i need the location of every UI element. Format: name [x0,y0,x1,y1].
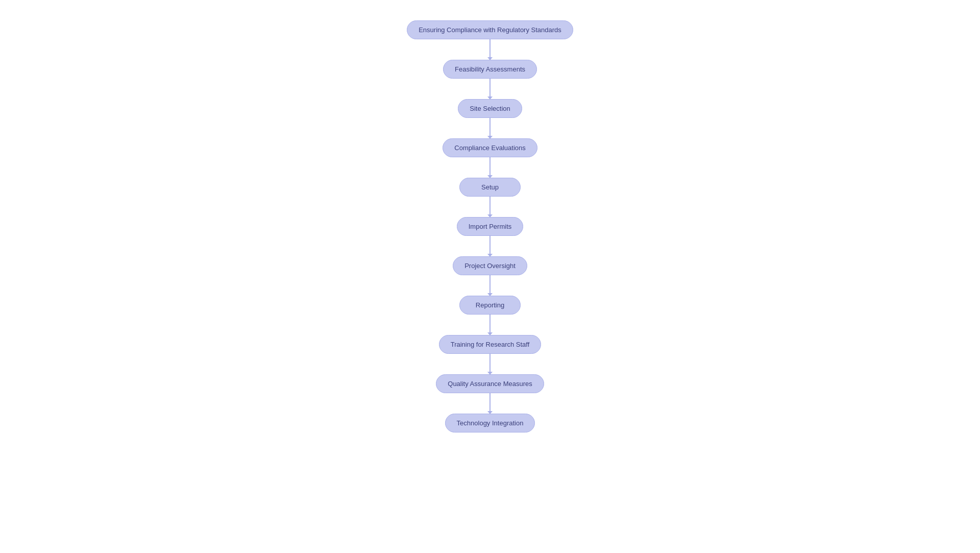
flow-connector-2 [489,118,491,138]
flow-node-import-permits[interactable]: Import Permits [457,217,524,236]
flow-node-training-research-staff[interactable]: Training for Research Staff [439,335,542,354]
flow-node-project-oversight[interactable]: Project Oversight [453,256,527,275]
flow-connector-5 [489,236,491,256]
flow-node-site-selection[interactable]: Site Selection [458,99,522,118]
flow-node-compliance-evaluations[interactable]: Compliance Evaluations [443,138,537,157]
flow-node-technology-integration[interactable]: Technology Integration [445,414,535,432]
flow-connector-7 [489,315,491,335]
flow-node-setup[interactable]: Setup [459,178,521,197]
flow-connector-8 [489,354,491,374]
flow-node-quality-assurance[interactable]: Quality Assurance Measures [436,374,544,393]
flow-connector-9 [489,393,491,414]
flow-connector-3 [489,157,491,178]
flow-connector-0 [489,39,491,60]
flowchart: Ensuring Compliance with Regulatory Stan… [407,10,573,443]
flow-node-ensuring-compliance[interactable]: Ensuring Compliance with Regulatory Stan… [407,20,573,39]
flow-node-reporting[interactable]: Reporting [459,296,521,315]
flow-connector-1 [489,79,491,99]
flow-connector-4 [489,197,491,217]
flow-node-feasibility-assessments[interactable]: Feasibility Assessments [443,60,537,79]
flow-connector-6 [489,275,491,296]
